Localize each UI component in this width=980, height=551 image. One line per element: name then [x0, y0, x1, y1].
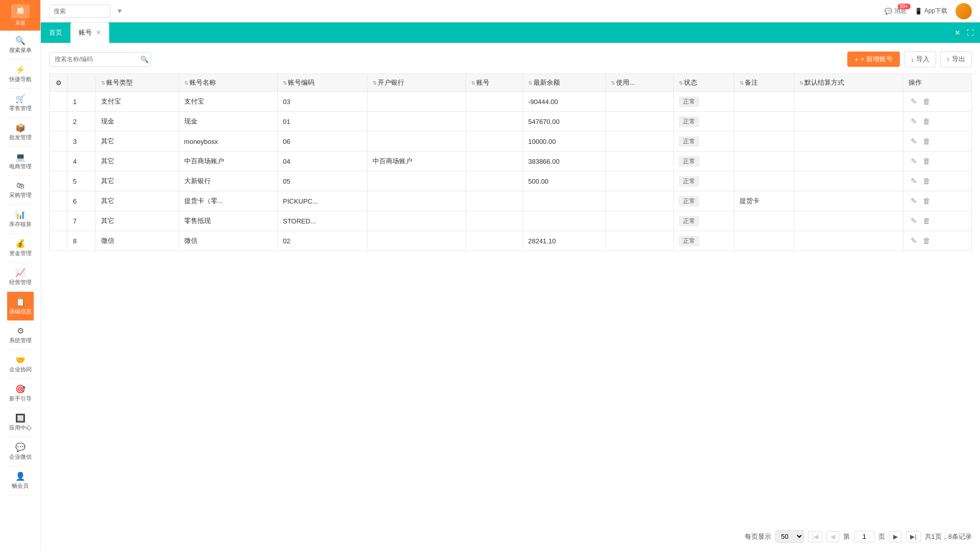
table-row: 7 其它 零售抵现 STORED... 正常 ✎ 🗑 [50, 211, 972, 231]
sidebar-item-12[interactable]: 🎯新手引导 [7, 379, 34, 408]
delete-button-0[interactable]: 🗑 [921, 96, 933, 107]
col-status[interactable]: ⇅状态 [673, 74, 734, 92]
sidebar-item-5[interactable]: 🛍采购管理 [7, 176, 34, 205]
next-page-button[interactable]: ▶ [889, 531, 902, 542]
row-bank-6 [367, 211, 466, 231]
col-type[interactable]: ⇅账号类型 [96, 74, 179, 92]
message-button[interactable]: 💬 消息 99+ [885, 7, 906, 15]
page-size-select[interactable]: 50 20 100 [775, 530, 804, 543]
row-status-6: 正常 [673, 211, 734, 231]
edit-button-3[interactable]: ✎ [909, 156, 919, 167]
import-button[interactable]: ↓ 导入 [904, 51, 936, 67]
col-balance[interactable]: ⇅最新余额 [523, 74, 605, 92]
edit-button-7[interactable]: ✎ [909, 235, 919, 246]
main-content: ▼ 💬 消息 99+ 📱 App下载 首页 账号 ✕ ✕ ⛶ [41, 0, 980, 551]
sidebar-item-2[interactable]: 🛒零售管理 [7, 89, 34, 118]
prev-page-button[interactable]: ◀ [826, 531, 839, 542]
row-remark-4 [734, 171, 794, 191]
sidebar-item-7[interactable]: 💰资金管理 [7, 234, 34, 263]
tab-close-window-button[interactable]: ✕ [952, 27, 963, 39]
tab-bar: 首页 账号 ✕ ✕ ⛶ [41, 22, 980, 43]
top-search-input[interactable] [49, 5, 110, 18]
sidebar-item-8[interactable]: 📈经营管理 [7, 263, 34, 292]
delete-button-2[interactable]: 🗑 [921, 136, 933, 146]
col-bank[interactable]: ⇅开户银行 [367, 74, 466, 92]
edit-button-2[interactable]: ✎ [909, 136, 919, 147]
row-action-5: ✎ 🗑 [903, 191, 971, 211]
edit-button-5[interactable]: ✎ [909, 195, 919, 207]
sidebar-item-11[interactable]: 🤝企业协同 [7, 350, 34, 379]
sidebar: 粮 乐版 🔍搜索菜单⚡快捷导航🛒零售管理📦批发管理💻电商管理🛍采购管理📊库存核算… [0, 0, 41, 551]
row-action-2: ✎ 🗑 [903, 132, 971, 152]
edit-button-1[interactable]: ✎ [909, 116, 919, 127]
row-bank-3: 中百商场账户 [367, 152, 466, 171]
col-usage[interactable]: ⇅使用... [606, 74, 674, 92]
sidebar-item-14[interactable]: 💬企业微信 [7, 437, 34, 466]
delete-button-3[interactable]: 🗑 [921, 156, 933, 166]
row-name-5: 提货卡（零... [179, 191, 278, 211]
sidebar-item-15[interactable]: 👤畅会员 [7, 466, 34, 495]
row-type-1: 现金 [96, 112, 179, 132]
row-bank-2 [367, 132, 466, 152]
row-status-7: 正常 [673, 231, 734, 251]
sidebar-item-0[interactable]: 🔍搜索菜单 [7, 31, 34, 60]
dropdown-icon[interactable]: ▼ [116, 7, 123, 15]
sidebar-item-3[interactable]: 📦批发管理 [7, 118, 34, 147]
col-name[interactable]: ⇅账号名称 [179, 74, 278, 92]
col-default-settle[interactable]: ⇅默认结算方式 [794, 74, 903, 92]
sidebar-item-9[interactable]: 📋基础信息 [7, 292, 34, 321]
sidebar-item-13[interactable]: 🔲应用中心 [7, 408, 34, 437]
table-row: 8 微信 微信 02 28241.10 正常 ✎ 🗑 [50, 231, 972, 251]
delete-button-6[interactable]: 🗑 [921, 215, 933, 226]
sidebar-icon-1: ⚡ [15, 65, 26, 74]
row-index-6: 7 [68, 211, 96, 231]
col-code[interactable]: ⇅账号编码 [278, 74, 367, 92]
delete-button-1[interactable]: 🗑 [921, 116, 933, 127]
sidebar-icon-7: 💰 [15, 239, 26, 248]
sidebar-item-1[interactable]: ⚡快捷导航 [7, 60, 34, 89]
sidebar-icon-15: 👤 [15, 471, 26, 481]
import-label: 导入 [916, 55, 929, 64]
row-type-0: 支付宝 [96, 92, 179, 112]
message-icon: 💬 [885, 8, 892, 15]
tab-account[interactable]: 账号 ✕ [70, 22, 109, 43]
col-account[interactable]: ⇅账号 [466, 74, 523, 92]
last-page-button[interactable]: ▶| [906, 531, 920, 542]
page-input[interactable] [854, 531, 874, 542]
first-page-button[interactable]: |◀ [808, 531, 822, 542]
tab-close-icon[interactable]: ✕ [96, 29, 101, 36]
sidebar-item-6[interactable]: 📊库存核算 [7, 205, 34, 234]
row-usage-5 [606, 191, 674, 211]
search-button[interactable]: 🔍 [136, 53, 151, 66]
col-settings[interactable]: ⚙ [50, 74, 68, 92]
tab-expand-button[interactable]: ⛶ [965, 27, 976, 39]
sidebar-item-4[interactable]: 💻电商管理 [7, 147, 34, 176]
search-input[interactable] [50, 53, 136, 66]
row-code-3: 04 [278, 152, 367, 171]
delete-button-7[interactable]: 🗑 [921, 235, 933, 246]
app-download-button[interactable]: 📱 App下载 [915, 7, 947, 15]
sidebar-label-11: 企业协同 [9, 366, 32, 373]
add-account-button[interactable]: + + 新增账号 [847, 52, 900, 67]
delete-button-4[interactable]: 🗑 [921, 176, 933, 186]
edit-button-6[interactable]: ✎ [909, 215, 919, 227]
edit-button-0[interactable]: ✎ [909, 96, 919, 107]
export-button[interactable]: ↑ 导出 [940, 51, 972, 67]
row-balance-3: 383866.00 [523, 152, 605, 171]
row-bank-0 [367, 92, 466, 112]
tab-home[interactable]: 首页 [41, 22, 70, 43]
home-tab-label: 首页 [49, 28, 62, 37]
row-status-1: 正常 [673, 112, 734, 132]
table-header-row: ⚙ ⇅账号类型 ⇅账号名称 ⇅账号编码 ⇅开户银行 ⇅账号 ⇅最新余额 ⇅使用.… [50, 74, 972, 92]
row-bank-1 [367, 112, 466, 132]
account-tab-label: 账号 [79, 28, 92, 37]
edit-button-4[interactable]: ✎ [909, 176, 919, 187]
row-bank-5 [367, 191, 466, 211]
sidebar-item-10[interactable]: ⚙系统管理 [7, 321, 34, 350]
user-avatar[interactable] [955, 3, 972, 19]
col-remark[interactable]: ⇅备注 [734, 74, 794, 92]
row-account-2 [466, 132, 523, 152]
logo-text: 乐版 [15, 19, 26, 27]
delete-button-5[interactable]: 🗑 [921, 195, 933, 206]
phone-icon: 📱 [915, 8, 922, 15]
